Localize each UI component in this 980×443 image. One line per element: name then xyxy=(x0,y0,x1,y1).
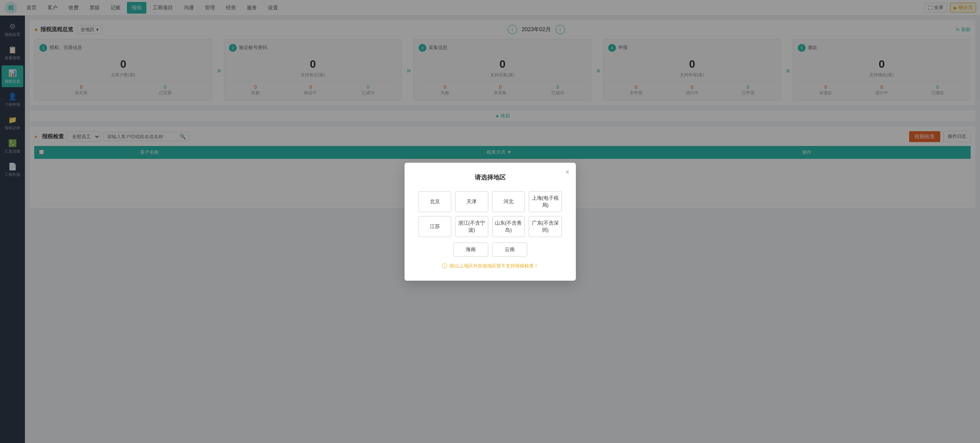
modal-close-button[interactable]: × xyxy=(565,168,570,176)
region-btn-zhejiang[interactable]: 浙江(不含宁波) xyxy=(455,216,488,237)
modal-overlay[interactable]: × 请选择地区 北京 天津 河北 上海(电子税局) 江苏 浙江(不含宁波) 山东… xyxy=(0,0,980,443)
region-btn-hainan[interactable]: 海南 xyxy=(453,243,488,257)
region-btn-yunnan[interactable]: 云南 xyxy=(492,243,527,257)
region-grid: 北京 天津 河北 上海(电子税局) 江苏 浙江(不含宁波) 山东(不含青岛) 广… xyxy=(419,191,562,237)
modal-title: 请选择地区 xyxy=(419,174,562,182)
region-btn-tianjin[interactable]: 天津 xyxy=(455,191,488,212)
warning-text: 除以上地区外其他地区暂不支持报税检查！ xyxy=(450,263,538,269)
region-btn-shanghai[interactable]: 上海(电子税局) xyxy=(529,191,562,212)
region-btn-beijing[interactable]: 北京 xyxy=(419,191,452,212)
region-btn-shandong[interactable]: 山东(不含青岛) xyxy=(492,216,525,237)
region-select-modal: × 请选择地区 北京 天津 河北 上海(电子税局) 江苏 浙江(不含宁波) 山东… xyxy=(405,163,576,281)
region-row-3: 海南 云南 xyxy=(419,243,562,257)
modal-warning: ⓘ 除以上地区外其他地区暂不支持报税检查！ xyxy=(419,263,562,270)
region-btn-jiangsu[interactable]: 江苏 xyxy=(419,216,452,237)
region-btn-guangdong[interactable]: 广东(不含深圳) xyxy=(529,216,562,237)
warning-icon: ⓘ xyxy=(442,263,447,270)
region-btn-hebei[interactable]: 河北 xyxy=(492,191,525,212)
